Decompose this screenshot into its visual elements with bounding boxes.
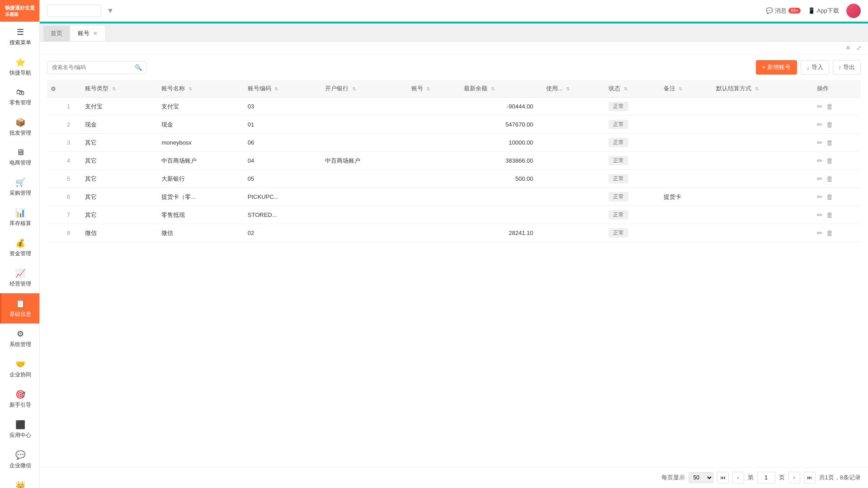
sidebar-item-label: 企业微信 (9, 462, 31, 469)
cell-note (660, 134, 713, 152)
sidebar-item-label: 资金管理 (9, 250, 31, 258)
user-avatar[interactable] (846, 4, 861, 18)
sidebar-item-enterprise-wechat[interactable]: 💬 企业微信 (0, 445, 39, 475)
page-input[interactable] (757, 472, 775, 483)
inventory-calc-icon: 📊 (15, 208, 25, 218)
cell-account-name: 现金 (158, 116, 244, 134)
th-account-name[interactable]: 账号名称 ⇅ (158, 80, 244, 98)
delete-icon[interactable]: 🗑 (826, 229, 833, 237)
pagination: 每页显示 50 100 200 ⏮ ‹ 第 页 › ⏭ 共1页，8条记录 (40, 467, 868, 488)
cell-latest-balance (460, 206, 542, 224)
edit-icon[interactable]: ✏ (817, 139, 823, 147)
content-close-btn[interactable]: ✕ (843, 42, 854, 53)
sidebar-item-finance-mgmt[interactable]: 💰 资金管理 (0, 233, 39, 263)
sort-icon-note: ⇅ (679, 86, 682, 91)
th-settings[interactable]: ⚙ (47, 80, 63, 98)
edit-icon[interactable]: ✏ (817, 193, 823, 201)
cell-default-settlement (712, 188, 813, 206)
sidebar-item-retail-mgmt[interactable]: 🛍 零售管理 (0, 82, 39, 112)
cell-num: 3 (63, 134, 81, 152)
sort-icon-status: ⇅ (624, 86, 627, 91)
sidebar-item-basic-info[interactable]: 📋 基础信息 (0, 293, 39, 324)
app-download-btn[interactable]: 📱 App下载 (808, 7, 839, 15)
message-badge: 99+ (788, 8, 801, 14)
sort-icon-account-type: ⇅ (112, 86, 116, 91)
sidebar-item-wholesale-mgmt[interactable]: 📦 批发管理 (0, 112, 39, 142)
quick-nav-icon: ⭐ (15, 57, 25, 67)
sidebar-item-inventory-calc[interactable]: 📊 库存核算 (0, 202, 39, 233)
table-container: 🔍 + 新增账号 ↓ 导入 ↑ 导出 (40, 55, 868, 467)
page-suffix: 页 (779, 474, 785, 482)
sidebar-item-system-mgmt[interactable]: ⚙ 系统管理 (0, 324, 39, 354)
edit-icon[interactable]: ✏ (817, 229, 823, 237)
tab-home[interactable]: 首页 (43, 26, 70, 41)
sidebar-item-operations-mgmt[interactable]: 📈 经营管理 (0, 263, 39, 293)
th-latest-balance[interactable]: 最新余额 ⇅ (460, 80, 542, 98)
enterprise-agreement-icon: 🤝 (15, 359, 25, 369)
sort-icon-default-settlement: ⇅ (755, 86, 759, 91)
cell-account-type: 现金 (81, 116, 158, 134)
delete-icon[interactable]: 🗑 (826, 157, 833, 165)
sidebar-item-app-center[interactable]: ⬛ 应用中心 (0, 414, 39, 445)
operations-mgmt-icon: 📈 (15, 268, 25, 278)
delete-icon[interactable]: 🗑 (826, 139, 833, 147)
th-bank[interactable]: 开户银行 ⇅ (321, 80, 407, 98)
cell-account-type: 其它 (81, 188, 158, 206)
add-account-button[interactable]: + 新增账号 (756, 60, 797, 75)
first-page-btn[interactable]: ⏮ (717, 472, 729, 483)
sort-icon-account-name: ⇅ (189, 86, 192, 91)
tab-account-close[interactable]: ✕ (93, 30, 98, 37)
sidebar-item-purchase-mgmt[interactable]: 🛒 采购管理 (0, 172, 39, 202)
th-account-type[interactable]: 账号类型 ⇅ (81, 80, 158, 98)
next-page-btn[interactable]: › (788, 472, 800, 483)
wholesale-mgmt-icon: 📦 (15, 117, 25, 127)
th-usage[interactable]: 使用... ⇅ (542, 80, 605, 98)
tab-account[interactable]: 账号 ✕ (71, 26, 105, 41)
cell-account-no (408, 170, 461, 188)
top-search-input[interactable] (47, 5, 101, 17)
cell-note: 提货卡 (660, 188, 713, 206)
cell-note (660, 206, 713, 224)
sidebar-item-quick-nav[interactable]: ⭐ 快捷导航 (0, 52, 39, 82)
cell-settings (47, 224, 63, 242)
sidebar-item-vip-member[interactable]: 👑 畅会员 (0, 475, 39, 488)
message-btn[interactable]: 💬 消息 99+ (766, 7, 801, 15)
th-default-settlement[interactable]: 默认结算方式 ⇅ (712, 80, 813, 98)
import-button[interactable]: ↓ 导入 (801, 60, 829, 75)
edit-icon[interactable]: ✏ (817, 157, 823, 165)
sidebar-item-beginner-guide[interactable]: 🎯 新手引导 (0, 384, 39, 414)
delete-icon[interactable]: 🗑 (826, 121, 833, 129)
sidebar-item-label: 企业协同 (9, 371, 31, 379)
delete-icon[interactable]: 🗑 (826, 211, 833, 219)
edit-icon[interactable]: ✏ (817, 175, 823, 183)
cell-num: 1 (63, 98, 81, 116)
sidebar-item-search-menu[interactable]: ☰ 搜索菜单 (0, 22, 39, 52)
cell-default-settlement (712, 224, 813, 242)
content-expand-btn[interactable]: ⤢ (854, 42, 864, 53)
th-note[interactable]: 备注 ⇅ (660, 80, 713, 98)
delete-icon[interactable]: 🗑 (826, 103, 833, 111)
edit-icon[interactable]: ✏ (817, 211, 823, 219)
cell-num: 5 (63, 170, 81, 188)
sidebar-item-ecommerce-mgmt[interactable]: 🖥 电商管理 (0, 142, 39, 172)
topbar-dropdown-icon[interactable]: ▼ (107, 7, 114, 15)
cell-latest-balance: 547670.00 (460, 116, 542, 134)
edit-icon[interactable]: ✏ (817, 103, 823, 111)
edit-icon[interactable]: ✏ (817, 121, 823, 129)
th-account-no[interactable]: 账号 ⇅ (408, 80, 461, 98)
search-input[interactable] (47, 61, 131, 73)
page-size-select[interactable]: 50 100 200 (689, 472, 713, 483)
th-num (63, 80, 81, 98)
export-button[interactable]: ↑ 导出 (833, 60, 861, 75)
search-button[interactable]: 🔍 (131, 61, 146, 74)
th-status[interactable]: 状态 ⇅ (605, 80, 660, 98)
delete-icon[interactable]: 🗑 (826, 175, 833, 183)
toolbar-actions: + 新增账号 ↓ 导入 ↑ 导出 (756, 60, 861, 75)
last-page-btn[interactable]: ⏭ (804, 472, 816, 483)
th-account-code[interactable]: 账号编码 ⇅ (244, 80, 321, 98)
status-badge: 正常 (609, 138, 628, 147)
sort-icon-bank: ⇅ (352, 86, 356, 91)
delete-icon[interactable]: 🗑 (826, 193, 833, 201)
prev-page-btn[interactable]: ‹ (732, 472, 744, 483)
sidebar-item-enterprise-agreement[interactable]: 🤝 企业协同 (0, 354, 39, 384)
